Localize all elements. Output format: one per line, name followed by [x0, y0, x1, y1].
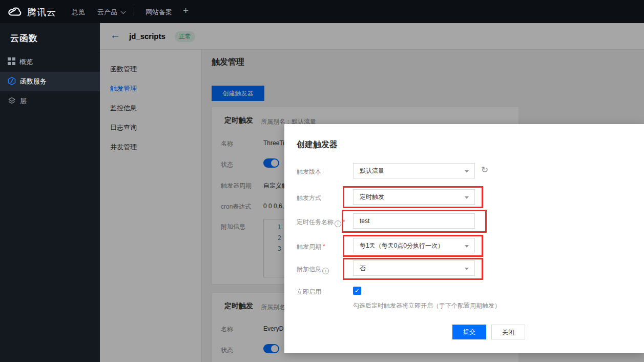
enable-hint: 勾选后定时触发器将立即开启（于下个配置周期触发）: [353, 301, 501, 310]
version-value: 默认流量: [360, 167, 384, 174]
modal-title: 创建触发器: [297, 139, 338, 150]
caret-down-icon: [465, 196, 469, 199]
sidebar-item-function-service[interactable]: 函数服务: [0, 72, 100, 91]
sidebar-item-label: 层: [20, 96, 27, 106]
cloud-logo-icon: [7, 6, 23, 18]
close-button[interactable]: 关闭: [491, 325, 525, 339]
submit-button[interactable]: 提交: [452, 325, 486, 339]
topnav-divider: [134, 7, 134, 16]
topnav-overview[interactable]: 总览: [72, 8, 85, 17]
required-mark: *: [343, 218, 345, 226]
sidebar-item-overview[interactable]: 概览: [0, 52, 100, 72]
grid-icon: [8, 57, 15, 67]
info-icon: i: [322, 268, 329, 274]
caret-down-icon: [465, 170, 469, 173]
field-label-enable: 立即启用: [297, 288, 321, 296]
sidebar-item-layers[interactable]: 层: [0, 91, 100, 111]
refresh-icon[interactable]: ↻: [481, 165, 488, 175]
topnav-icp[interactable]: 网站备案: [146, 8, 172, 17]
sidebar-item-label: 概览: [19, 57, 33, 67]
app-sidebar: 云函数 概览 函数服务 层: [0, 23, 100, 362]
info-icon: i: [335, 220, 341, 227]
create-trigger-modal: 创建触发器 触发版本 默认流量 ↻ 触发方式 定时触发 定时任务名称i* 触发周…: [284, 124, 644, 353]
caret-down-icon: [465, 245, 469, 248]
cycle-value: 每1天（每天0点0分执行一次）: [360, 242, 444, 249]
field-label-cycle: 触发周期*: [297, 243, 325, 251]
cycle-select[interactable]: 每1天（每天0点0分执行一次）: [353, 238, 475, 253]
method-select[interactable]: 定时触发: [353, 189, 475, 205]
chevron-down-icon: [121, 9, 126, 14]
logo-text: 腾讯云: [27, 6, 56, 18]
tencent-cloud-logo[interactable]: 腾讯云: [7, 6, 56, 18]
topnav-cloud-products[interactable]: 云产品: [97, 8, 124, 17]
field-label-version: 触发版本: [297, 168, 321, 176]
caret-down-icon: [465, 268, 469, 270]
field-label-extra: 附加信息i: [297, 265, 329, 274]
enable-checkbox[interactable]: ✓: [353, 287, 361, 295]
extra-select[interactable]: 否: [353, 260, 475, 276]
field-label-method: 触发方式: [297, 194, 321, 203]
function-service-icon: [8, 77, 16, 87]
extra-value: 否: [360, 265, 366, 272]
add-tab-icon[interactable]: +: [183, 5, 189, 16]
topbar: 腾讯云 总览 云产品 网站备案 +: [0, 0, 644, 23]
task-name-input[interactable]: [353, 213, 475, 229]
method-value: 定时触发: [360, 193, 384, 200]
required-mark: *: [323, 243, 325, 250]
sidebar-item-label: 函数服务: [20, 77, 47, 86]
field-label-task-name: 定时任务名称i*: [297, 218, 345, 227]
service-title: 云函数: [10, 32, 38, 44]
layers-icon: [8, 96, 16, 106]
version-select[interactable]: 默认流量: [353, 163, 475, 178]
